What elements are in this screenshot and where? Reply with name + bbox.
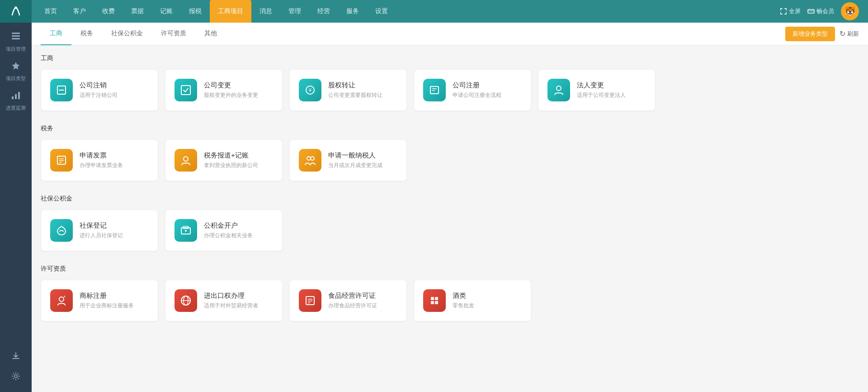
nav-service[interactable]: 服务	[338, 0, 367, 23]
card-company-change[interactable]: 公司变更 股权变更外的业务变更	[165, 69, 283, 111]
sidebar-label-project-type: 项目类型	[6, 75, 26, 82]
legal-change-icon	[547, 79, 570, 101]
svg-rect-4	[786, 8, 787, 10]
card-trademark[interactable]: 商标注册 用于企业商标注册服务	[41, 280, 158, 321]
card-company-cancel-name: 公司注销	[80, 81, 149, 90]
app-logo	[0, 0, 32, 23]
settings-icon[interactable]	[7, 367, 25, 385]
svg-rect-46	[431, 297, 434, 300]
top-navigation: 首页 客户 收费 票据 记账 报税 工商项目 消息 管理 经营 服务 设置 全屏	[0, 0, 868, 23]
equity-transfer-icon: ¥	[299, 79, 321, 101]
scroll-content[interactable]: 工商 公司注销 适用于注销公司	[32, 45, 868, 392]
card-equity-transfer-name: 股权转让	[328, 81, 397, 90]
svg-rect-16	[15, 94, 17, 99]
svg-rect-8	[786, 12, 787, 14]
svg-point-32	[184, 157, 188, 161]
tab-business[interactable]: 工商	[41, 23, 71, 45]
nav-accounting[interactable]: 记账	[152, 0, 181, 23]
svg-point-0	[14, 6, 17, 9]
card-tax-accounting-info: 税务报道+记账 拿到营业执照的新公司	[204, 151, 273, 169]
svg-rect-12	[12, 35, 20, 37]
nav-manage[interactable]: 管理	[280, 0, 309, 23]
section-title-tax: 税务	[41, 124, 859, 133]
alcohol-icon	[423, 289, 446, 312]
card-food-license-info: 食品经营许可证 办理食品经营许可证	[328, 292, 397, 310]
svg-rect-6	[780, 12, 781, 14]
card-invoice-name: 申请发票	[80, 151, 149, 160]
main-layout: 项目管理 项目类型 进度监测	[0, 23, 868, 392]
card-legal-change[interactable]: 法人变更 适用于公司变更法人	[538, 69, 656, 111]
project-manage-icon	[11, 31, 21, 43]
refresh-label: 刷新	[847, 30, 859, 38]
tab-tax[interactable]: 税务	[71, 23, 102, 45]
tab-social-fund[interactable]: 社保公积金	[102, 23, 152, 45]
vip-label: 畅会员	[816, 7, 834, 15]
card-import-export-name: 进出口权办理	[204, 292, 273, 300]
card-alcohol-desc: 零售批发	[453, 302, 522, 310]
top-nav-right: 全屏 畅会员 🐯	[780, 2, 868, 20]
card-import-export[interactable]: 进出口权办理 适用于对外贸易经营者	[165, 280, 283, 321]
invoice-icon	[50, 149, 73, 172]
card-fund-open[interactable]: 公积金开户 办理公积金相关业务	[165, 210, 283, 251]
section-title-business: 工商	[41, 54, 859, 62]
sidebar-item-project-manage[interactable]: 项目管理	[0, 27, 32, 57]
section-title-social: 社保公积金	[41, 195, 859, 203]
card-social-register-info: 社保登记 进行人员社保登记	[80, 221, 149, 239]
nav-fee[interactable]: 收费	[94, 0, 123, 23]
card-company-cancel[interactable]: 公司注销 适用于注销公司	[41, 69, 158, 111]
tab-other[interactable]: 其他	[195, 23, 226, 45]
nav-message[interactable]: 消息	[251, 0, 280, 23]
cards-grid-social: 社保登记 进行人员社保登记 公积	[41, 210, 859, 251]
nav-home[interactable]: 首页	[36, 0, 65, 23]
download-icon[interactable]	[7, 347, 25, 365]
svg-rect-13	[12, 38, 20, 39]
card-trademark-name: 商标注册	[80, 292, 149, 300]
section-social: 社保公积金 社保登记 进行人员社保登记	[41, 195, 859, 251]
card-equity-transfer[interactable]: ¥ 股权转让 公司变更需要股权转让	[289, 69, 407, 111]
new-type-button[interactable]: 新增业务类型	[785, 27, 835, 41]
tab-actions: 新增业务类型 ↻ 刷新	[785, 27, 859, 41]
nav-tax[interactable]: 报税	[181, 0, 210, 23]
card-company-register-desc: 申请公司注册全流程	[453, 91, 522, 99]
card-company-cancel-info: 公司注销 适用于注销公司	[80, 81, 149, 99]
nav-operation[interactable]: 经营	[309, 0, 338, 23]
cards-grid-tax: 申请发票 办理申请发票业务 税务报道+记账	[41, 139, 859, 181]
svg-point-38	[59, 297, 64, 301]
card-legal-change-name: 法人变更	[577, 81, 646, 90]
card-company-register-info: 公司注册 申请公司注册全流程	[453, 81, 522, 99]
card-company-register[interactable]: 公司注册 申请公司注册全流程	[414, 69, 531, 111]
nav-bill[interactable]: 票据	[123, 0, 152, 23]
card-social-register[interactable]: 社保登记 进行人员社保登记	[41, 210, 158, 251]
card-tax-accounting[interactable]: 税务报道+记账 拿到营业执照的新公司	[165, 139, 283, 181]
card-food-license-name: 食品经营许可证	[328, 292, 397, 300]
card-fund-open-info: 公积金开户 办理公积金相关业务	[204, 221, 273, 239]
import-export-icon	[175, 289, 197, 312]
card-general-taxpayer-desc: 当月或次月成变更完成	[328, 162, 397, 169]
tab-permit[interactable]: 许可资质	[152, 23, 195, 45]
fullscreen-button[interactable]: 全屏	[780, 7, 801, 15]
card-social-register-name: 社保登记	[80, 221, 149, 230]
svg-rect-24	[430, 86, 439, 94]
svg-point-33	[307, 157, 311, 160]
mascot-icon[interactable]: 🐯	[841, 2, 859, 20]
company-register-icon	[423, 79, 446, 101]
svg-rect-2	[780, 8, 781, 10]
card-fund-open-name: 公积金开户	[204, 221, 273, 230]
nav-business[interactable]: 工商项目	[210, 0, 251, 23]
sidebar-item-project-type[interactable]: 项目类型	[0, 57, 32, 86]
card-general-taxpayer[interactable]: 申请一般纳税人 当月或次月成变更完成	[289, 139, 407, 181]
card-invoice[interactable]: 申请发票 办理申请发票业务	[41, 139, 158, 181]
card-legal-change-desc: 适用于公司变更法人	[577, 91, 646, 99]
general-taxpayer-icon	[299, 149, 321, 172]
card-company-change-name: 公司变更	[204, 81, 273, 90]
card-company-change-info: 公司变更 股权变更外的业务变更	[204, 81, 273, 99]
sidebar-item-progress[interactable]: 进度监测	[0, 86, 32, 115]
card-food-license[interactable]: 食品经营许可证 办理食品经营许可证	[289, 280, 407, 321]
nav-client[interactable]: 客户	[65, 0, 94, 23]
vip-button[interactable]: 畅会员	[807, 7, 834, 15]
nav-settings[interactable]: 设置	[367, 0, 396, 23]
tab-bar: 工商 税务 社保公积金 许可资质 其他 新增业务类型 ↻ 刷新	[32, 23, 868, 45]
refresh-button[interactable]: ↻ 刷新	[840, 29, 859, 38]
card-import-export-info: 进出口权办理 适用于对外贸易经营者	[204, 292, 273, 310]
card-alcohol[interactable]: 酒类 零售批发	[414, 280, 531, 321]
